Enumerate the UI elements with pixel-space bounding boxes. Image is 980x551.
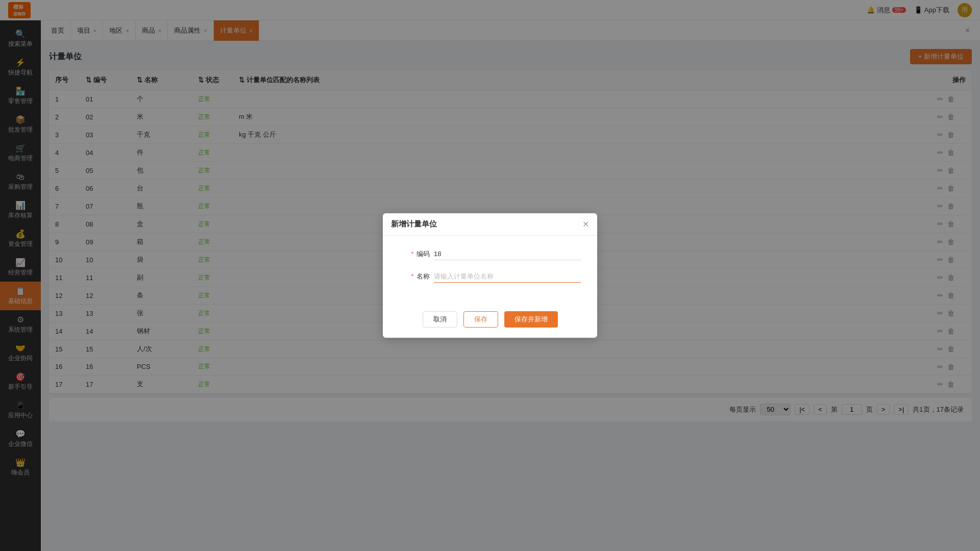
code-required-star: * xyxy=(411,250,413,258)
modal-close-button[interactable]: ✕ xyxy=(582,219,589,229)
code-input[interactable] xyxy=(434,248,581,260)
name-input[interactable] xyxy=(434,270,581,283)
save-button[interactable]: 保存 xyxy=(463,311,498,328)
name-label-text: 名称 xyxy=(416,272,430,280)
add-unit-modal: 新增计量单位 ✕ * 编码 * 名称 取消 保存 保存并新增 xyxy=(383,213,597,338)
name-required-star: * xyxy=(411,272,413,280)
modal-footer: 取消 保存 保存并新增 xyxy=(383,305,597,338)
name-label: * 名称 xyxy=(399,272,430,281)
save-and-new-button[interactable]: 保存并新增 xyxy=(504,311,558,328)
code-label-text: 编码 xyxy=(416,250,430,258)
code-label: * 编码 xyxy=(399,249,430,259)
name-form-row: * 名称 xyxy=(399,270,581,283)
modal-body: * 编码 * 名称 xyxy=(383,236,597,305)
modal-overlay: 新增计量单位 ✕ * 编码 * 名称 取消 保存 保存并新增 xyxy=(0,0,980,551)
modal-header: 新增计量单位 ✕ xyxy=(383,213,597,236)
cancel-button[interactable]: 取消 xyxy=(423,311,457,328)
code-form-row: * 编码 xyxy=(399,248,581,260)
modal-title: 新增计量单位 xyxy=(391,219,437,229)
